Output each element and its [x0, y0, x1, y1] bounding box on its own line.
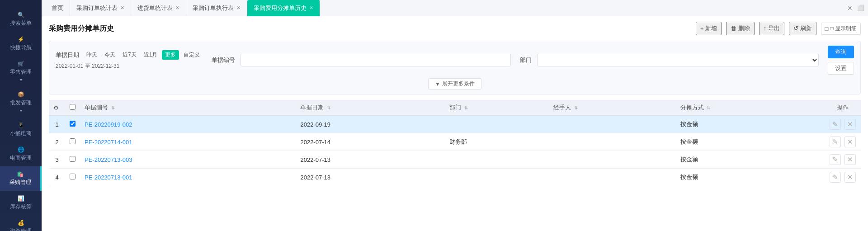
sidebar-item-search[interactable]: 🔍 搜索菜单 [0, 7, 42, 32]
date-1month-btn[interactable]: 近1月 [141, 50, 160, 60]
doc-no-link[interactable]: PE-20220919-002 [85, 121, 132, 128]
split-method-header-label: 分摊方式 [680, 104, 704, 111]
doc-date-column-header: 单据日期 ⇅ [296, 100, 444, 116]
delete-icon[interactable]: ✕ [844, 119, 856, 130]
row-doc-date: 2022-07-13 [296, 169, 444, 186]
date-today-btn[interactable]: 今天 [102, 50, 118, 60]
checkbox-column-header[interactable] [65, 100, 80, 116]
doc-no-link[interactable]: PE-20220714-001 [85, 139, 132, 146]
refresh-button[interactable]: ↺ 刷新 [789, 22, 816, 35]
sidebar-item-retail[interactable]: 🛒 零售管理 ▾ [0, 56, 42, 87]
tab-stock-stats[interactable]: 进货单统计表 ✕ [131, 0, 186, 16]
expand-label: 展开更多条件 [442, 80, 475, 88]
date-label: 单据日期 [56, 51, 79, 59]
row-actions: ✎ ✕ [825, 116, 861, 133]
sidebar-item-quicknav[interactable]: ⚡ 快捷导航 [0, 32, 42, 56]
miniapp-icon: 📱 [18, 122, 24, 128]
row-number: 4 [49, 169, 65, 186]
filter-settings-button[interactable]: 设置 [828, 62, 854, 75]
edit-icon[interactable]: ✎ [830, 154, 841, 165]
sidebar-item-label: 搜索菜单 [10, 19, 32, 27]
select-all-checkbox[interactable] [70, 104, 75, 110]
dept-header-label: 部门 [449, 104, 461, 111]
doc-no-header-label: 单据编号 [85, 104, 108, 111]
row-doc-no: PE-20220713-003 [80, 151, 296, 169]
show-col-label: □ 显示明细 [830, 25, 857, 33]
sidebar-item-purchase[interactable]: 🛍️ 采购管理 [0, 166, 42, 191]
sidebar-item-label: 库存核算 [10, 203, 32, 211]
close-icon[interactable]: ✕ [309, 5, 313, 11]
sidebar-item-inventory[interactable]: 📊 库存核算 [0, 191, 42, 215]
date-more-btn[interactable]: 更多 [162, 50, 179, 60]
tab-purchase-order-stats-label: 采购订单统计表 [76, 4, 118, 12]
main-area: 首页 采购订单统计表 ✕ 进货单统计表 ✕ 采购订单执行表 ✕ 采购费用分摊单历… [42, 0, 868, 231]
row-handler [549, 169, 675, 186]
purchase-icon: 🛍️ [17, 171, 24, 177]
filter-area: 单据日期 昨天 今天 近7天 近1月 更多 自定义 2022-01-01 至 2… [49, 41, 861, 94]
date-yesterday-btn[interactable]: 昨天 [84, 50, 100, 60]
doc-no-label: 单据编号 [212, 56, 235, 64]
sort-icon[interactable]: ⇅ [707, 105, 710, 110]
row-checkbox[interactable] [70, 138, 75, 144]
close-icon[interactable]: ✕ [175, 5, 179, 11]
close-window-icon[interactable]: ✕ [847, 5, 853, 12]
doc-no-link[interactable]: PE-20220713-003 [85, 156, 132, 163]
inventory-icon: 📊 [18, 195, 24, 202]
tab-purchase-order-exec[interactable]: 采购订单执行表 ✕ [186, 0, 247, 16]
tab-purchase-order-stats[interactable]: 采购订单统计表 ✕ [70, 0, 131, 16]
edit-icon[interactable]: ✎ [830, 137, 841, 147]
tab-home[interactable]: 首页 [45, 0, 70, 16]
expand-more-button[interactable]: ▼ 展开更多条件 [428, 78, 481, 90]
row-checkbox-cell[interactable] [65, 116, 80, 133]
sort-icon[interactable]: ⇅ [111, 105, 115, 110]
row-checkbox[interactable] [70, 174, 75, 179]
close-icon[interactable]: ✕ [236, 5, 241, 11]
doc-no-link[interactable]: PE-20220713-001 [85, 174, 132, 181]
handler-header-label: 经手人 [553, 104, 571, 111]
maximize-icon[interactable]: ⬜ [857, 5, 864, 11]
expand-icon: ▼ [435, 81, 440, 87]
sort-icon[interactable]: ⇅ [464, 105, 468, 110]
sidebar-item-finance[interactable]: 💰 资金管理 [0, 215, 42, 231]
sidebar: 🔍 搜索菜单 ⚡ 快捷导航 🛒 零售管理 ▾ 📦 批发管理 ▾ 📱 小畅电商 🌐… [0, 0, 42, 231]
delete-button[interactable]: 🗑 删除 [726, 22, 755, 35]
row-dept: 财务部 [445, 133, 549, 151]
data-table: ⚙ 单据编号 ⇅ 单据日期 ⇅ 部门 ⇅ [49, 100, 861, 186]
sidebar-item-label: 采购管理 [9, 179, 31, 186]
delete-icon[interactable]: ✕ [844, 172, 856, 183]
date-custom-btn[interactable]: 自定义 [181, 50, 203, 60]
row-checkbox[interactable] [70, 156, 75, 162]
sort-icon[interactable]: ⇅ [574, 105, 578, 110]
sidebar-item-wholesale[interactable]: 📦 批发管理 ▾ [0, 87, 42, 118]
sidebar-item-label: 批发管理 [10, 99, 32, 107]
sort-icon[interactable]: ⇅ [327, 105, 330, 110]
edit-icon[interactable]: ✎ [830, 172, 841, 183]
row-checkbox-cell[interactable] [65, 169, 80, 186]
page-header: 采购费用分摊单历史 + 新增 🗑 删除 ↑ 导出 ↺ 刷新 □ □ 显示明细 [49, 22, 861, 35]
table-row: 2 PE-20220714-001 2022-07-14 财务部 按金额 ✎ ✕ [49, 133, 861, 151]
delete-icon[interactable]: ✕ [844, 154, 856, 165]
settings-column-header[interactable]: ⚙ [49, 100, 65, 116]
show-column-button[interactable]: □ □ 显示明细 [821, 23, 861, 35]
row-checkbox-cell[interactable] [65, 133, 80, 151]
edit-icon[interactable]: ✎ [830, 119, 841, 130]
delete-icon[interactable]: ✕ [844, 137, 856, 147]
export-button[interactable]: ↑ 导出 [759, 22, 784, 35]
date-7days-btn[interactable]: 近7天 [120, 50, 139, 60]
row-handler [549, 116, 675, 133]
tab-purchase-cost-split[interactable]: 采购费用分摊单历史 ✕ [247, 0, 320, 16]
sidebar-item-label: 资金管理 [10, 227, 32, 231]
sidebar-item-label: 电商管理 [10, 154, 32, 162]
chevron-down-icon: ▾ [20, 77, 22, 82]
query-button[interactable]: 查询 [828, 46, 854, 58]
add-button[interactable]: + 新增 [696, 22, 722, 35]
sidebar-item-miniapp[interactable]: 📱 小畅电商 [0, 118, 42, 142]
close-icon[interactable]: ✕ [120, 5, 124, 11]
dept-select[interactable] [537, 54, 819, 66]
sidebar-item-ecommerce[interactable]: 🌐 电商管理 [0, 142, 42, 166]
row-checkbox-cell[interactable] [65, 151, 80, 169]
retail-icon: 🛒 [18, 61, 24, 67]
row-checkbox[interactable] [70, 121, 75, 127]
action-column-header: 操作 [825, 100, 861, 116]
doc-no-input[interactable] [241, 54, 510, 66]
